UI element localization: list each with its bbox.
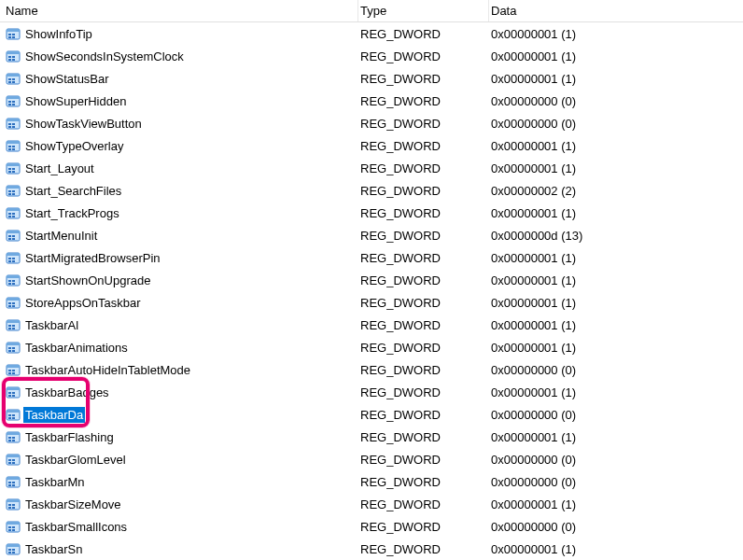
- column-header-data[interactable]: Data: [489, 0, 743, 21]
- value-type-cell: REG_DWORD: [358, 430, 489, 444]
- svg-rect-123: [12, 482, 15, 483]
- value-name-label: TaskbarMn: [23, 474, 87, 490]
- svg-rect-85: [7, 343, 20, 345]
- svg-rect-34: [8, 148, 11, 150]
- svg-rect-142: [8, 552, 11, 553]
- value-name-cell: StartMenuInit: [4, 228, 358, 244]
- svg-rect-106: [8, 417, 11, 419]
- svg-rect-122: [8, 482, 11, 483]
- registry-dword-icon: [6, 228, 21, 243]
- registry-value-row[interactable]: Start_SearchFilesREG_DWORD0x00000002 (2): [0, 179, 743, 202]
- value-data-cell: 0x00000000 (0): [489, 520, 743, 534]
- value-data-cell: 0x00000001 (1): [489, 430, 743, 444]
- registry-dword-icon: [6, 407, 21, 422]
- registry-value-row[interactable]: TaskbarAutoHideInTabletModeREG_DWORD0x00…: [0, 358, 743, 381]
- value-data-cell: 0x00000001 (1): [489, 139, 743, 153]
- registry-value-row[interactable]: ShowTypeOverlayREG_DWORD0x00000001 (1): [0, 134, 743, 157]
- registry-value-row[interactable]: ShowSecondsInSystemClockREG_DWORD0x00000…: [0, 45, 743, 67]
- svg-rect-77: [12, 305, 15, 307]
- svg-rect-44: [8, 190, 11, 192]
- registry-value-row[interactable]: StoreAppsOnTaskbarREG_DWORD0x00000001 (1…: [0, 291, 743, 314]
- value-name-cell: StartShownOnUpgrade: [4, 273, 358, 288]
- value-name-cell: TaskbarDa: [4, 407, 358, 423]
- value-type-cell: REG_DWORD: [358, 273, 489, 287]
- value-name-cell: TaskbarAl: [4, 317, 358, 333]
- registry-value-row[interactable]: TaskbarAnimationsREG_DWORD0x00000001 (1): [0, 336, 743, 358]
- registry-value-row[interactable]: TaskbarSizeMoveREG_DWORD0x00000001 (1): [0, 493, 743, 515]
- registry-value-row[interactable]: TaskbarGlomLevelREG_DWORD0x00000000 (0): [0, 448, 743, 470]
- value-name-cell: ShowTaskViewButton: [4, 116, 358, 132]
- svg-rect-87: [12, 347, 15, 349]
- registry-value-row[interactable]: ShowSuperHiddenREG_DWORD0x00000000 (0): [0, 90, 743, 112]
- svg-rect-86: [8, 347, 11, 349]
- value-type-cell: REG_DWORD: [358, 318, 489, 332]
- svg-rect-10: [8, 59, 11, 61]
- registry-value-row[interactable]: TaskbarMnREG_DWORD0x00000000 (0): [0, 470, 743, 493]
- value-name-label: Start_TrackProgs: [23, 205, 121, 221]
- registry-value-row[interactable]: TaskbarSnREG_DWORD0x00000001 (1): [0, 538, 743, 560]
- svg-rect-59: [12, 238, 15, 240]
- value-data-cell: 0x00000001 (1): [489, 497, 743, 511]
- registry-value-row[interactable]: TaskbarSmallIconsREG_DWORD0x00000000 (0): [0, 515, 743, 538]
- registry-value-row[interactable]: StartMigratedBrowserPinREG_DWORD0x000000…: [0, 246, 743, 269]
- svg-rect-7: [7, 51, 20, 54]
- registry-dword-icon: [6, 541, 21, 556]
- svg-rect-82: [8, 328, 11, 329]
- registry-value-row[interactable]: TaskbarBadgesREG_DWORD0x00000001 (1): [0, 381, 743, 403]
- svg-rect-31: [7, 141, 20, 144]
- value-name-label: TaskbarFlashing: [23, 429, 116, 445]
- svg-rect-8: [8, 56, 11, 58]
- svg-rect-49: [7, 208, 20, 211]
- registry-value-row[interactable]: ShowInfoTipREG_DWORD0x00000001 (1): [0, 22, 743, 45]
- registry-value-row[interactable]: StartMenuInitREG_DWORD0x0000000d (13): [0, 224, 743, 246]
- value-name-cell: TaskbarFlashing: [4, 429, 358, 445]
- svg-rect-52: [8, 216, 11, 217]
- svg-rect-5: [12, 36, 15, 38]
- value-name-cell: TaskbarMn: [4, 474, 358, 490]
- column-header-type[interactable]: Type: [358, 0, 489, 21]
- value-name-label: Start_Layout: [23, 161, 96, 176]
- registry-dword-icon: [6, 273, 21, 287]
- svg-rect-40: [8, 171, 11, 173]
- value-name-label: ShowTaskViewButton: [23, 116, 144, 132]
- registry-value-row[interactable]: TaskbarFlashingREG_DWORD0x00000001 (1): [0, 426, 743, 448]
- registry-value-row[interactable]: TaskbarAlREG_DWORD0x00000001 (1): [0, 314, 743, 336]
- svg-rect-116: [8, 459, 11, 461]
- svg-rect-117: [12, 459, 15, 461]
- svg-rect-99: [12, 392, 15, 394]
- value-name-cell: Start_TrackProgs: [4, 205, 358, 221]
- value-type-cell: REG_DWORD: [358, 520, 489, 534]
- svg-rect-93: [12, 370, 15, 371]
- svg-rect-69: [12, 280, 15, 282]
- svg-rect-141: [12, 549, 15, 551]
- svg-rect-35: [12, 148, 15, 150]
- column-label: Name: [6, 4, 38, 18]
- svg-rect-26: [8, 123, 11, 125]
- svg-rect-112: [8, 440, 11, 441]
- registry-value-row[interactable]: ShowTaskViewButtonREG_DWORD0x00000000 (0…: [0, 112, 743, 134]
- value-data-cell: 0x00000001 (1): [489, 296, 743, 310]
- registry-value-row[interactable]: Start_TrackProgsREG_DWORD0x00000001 (1): [0, 202, 743, 224]
- svg-rect-128: [8, 504, 11, 506]
- registry-dword-icon: [6, 161, 21, 175]
- value-name-cell: TaskbarBadges: [4, 385, 358, 400]
- registry-dword-icon: [6, 362, 21, 377]
- value-data-cell: 0x00000001 (1): [489, 161, 743, 175]
- svg-rect-88: [8, 350, 11, 352]
- svg-rect-51: [12, 213, 15, 215]
- svg-rect-101: [12, 395, 15, 397]
- svg-rect-58: [8, 238, 11, 240]
- value-type-cell: REG_DWORD: [358, 296, 489, 310]
- registry-value-row[interactable]: Start_LayoutREG_DWORD0x00000001 (1): [0, 157, 743, 179]
- svg-rect-111: [12, 437, 15, 439]
- svg-rect-133: [7, 522, 20, 525]
- svg-rect-47: [12, 193, 15, 195]
- value-name-cell: ShowInfoTip: [4, 26, 358, 42]
- column-header-name[interactable]: Name: [4, 0, 358, 21]
- registry-dword-icon: [6, 93, 21, 108]
- registry-value-row[interactable]: StartShownOnUpgradeREG_DWORD0x00000001 (…: [0, 269, 743, 291]
- registry-value-row[interactable]: ShowStatusBarREG_DWORD0x00000001 (1): [0, 67, 743, 90]
- svg-rect-104: [8, 414, 11, 416]
- registry-value-row[interactable]: TaskbarDaREG_DWORD0x00000000 (0): [0, 403, 743, 426]
- value-data-cell: 0x00000000 (0): [489, 408, 743, 422]
